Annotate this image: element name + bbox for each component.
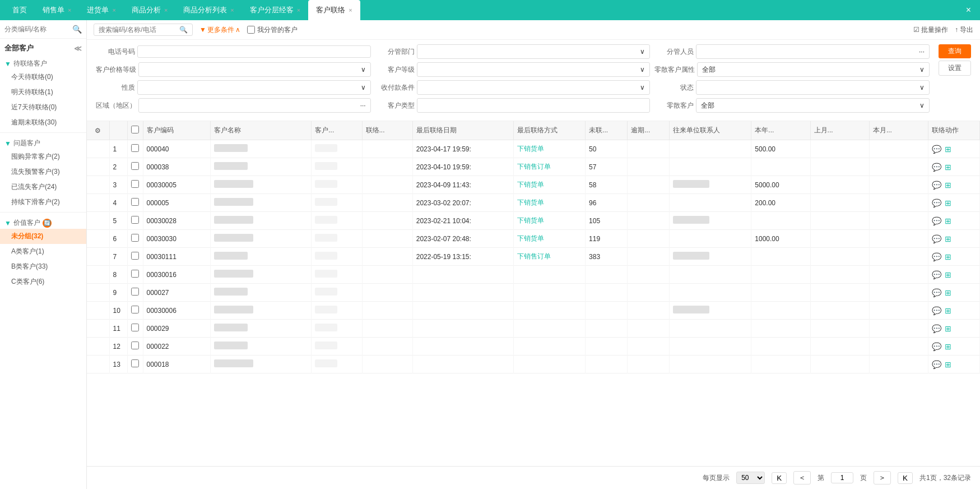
- region-select[interactable]: ···: [138, 98, 371, 113]
- contact-way-link[interactable]: 下销货单: [517, 181, 544, 188]
- close-tab-purchase[interactable]: ×: [112, 7, 115, 13]
- nav-tab-customer-segmentation[interactable]: 客户分层经客 ×: [242, 0, 308, 20]
- td-checkbox[interactable]: [127, 302, 143, 320]
- td-checkbox[interactable]: [127, 338, 143, 356]
- status-select[interactable]: ∨: [696, 80, 930, 95]
- chat-icon[interactable]: 💬: [932, 360, 941, 369]
- grid-icon[interactable]: ⊞: [945, 145, 951, 154]
- close-tab-sales[interactable]: ×: [68, 7, 71, 13]
- td-checkbox[interactable]: [127, 212, 143, 230]
- th-checkbox[interactable]: [127, 121, 143, 140]
- nav-tab-sales[interactable]: 销售单 ×: [35, 0, 79, 20]
- contact-way-link[interactable]: 下销货单: [517, 216, 544, 224]
- row-checkbox[interactable]: [131, 216, 139, 224]
- row-checkbox[interactable]: [131, 144, 139, 152]
- th-settings[interactable]: ⚙: [87, 121, 109, 140]
- nav-tab-product-analysis[interactable]: 商品分析 ×: [124, 0, 175, 20]
- reset-button[interactable]: 设置: [939, 61, 971, 76]
- td-checkbox[interactable]: [127, 356, 143, 373]
- close-tab-product-analysis[interactable]: ×: [164, 7, 168, 13]
- sidebar-item[interactable]: 未分组(32): [0, 229, 86, 244]
- grid-icon[interactable]: ⊞: [945, 163, 951, 172]
- per-page-select[interactable]: 50 20 100: [736, 472, 765, 484]
- grid-icon[interactable]: ⊞: [945, 342, 951, 351]
- sidebar-item[interactable]: 逾期未联络(30): [0, 115, 86, 130]
- grid-icon[interactable]: ⊞: [945, 306, 951, 315]
- sidebar-item[interactable]: 已流失客户(24): [0, 179, 86, 195]
- grid-icon[interactable]: ⊞: [945, 252, 951, 261]
- contact-way-link[interactable]: 下销货单: [517, 234, 544, 242]
- chat-icon[interactable]: 💬: [932, 252, 941, 261]
- row-checkbox[interactable]: [131, 162, 139, 170]
- contact-way-link[interactable]: 下销售订单: [517, 163, 551, 170]
- manager-select[interactable]: ···: [696, 44, 930, 59]
- row-checkbox[interactable]: [131, 252, 139, 260]
- main-search-input[interactable]: [99, 26, 177, 34]
- page-number-input[interactable]: [831, 472, 853, 483]
- last-page-btn[interactable]: K: [898, 472, 913, 484]
- more-conditions-btn[interactable]: ▼ 更多条件 ∧: [199, 25, 240, 35]
- row-checkbox[interactable]: [131, 234, 139, 242]
- td-checkbox[interactable]: [127, 266, 143, 284]
- chat-icon[interactable]: 💬: [932, 234, 941, 243]
- select-all-checkbox[interactable]: [131, 126, 139, 133]
- prev-page-btn[interactable]: ＜: [793, 471, 811, 485]
- close-window-icon[interactable]: ×: [962, 5, 976, 15]
- chat-icon[interactable]: 💬: [932, 270, 941, 279]
- sidebar-item[interactable]: 明天待联络(1): [0, 85, 86, 100]
- td-checkbox[interactable]: [127, 194, 143, 212]
- td-checkbox[interactable]: [127, 176, 143, 194]
- sidebar-item[interactable]: 近7天待联络(0): [0, 100, 86, 115]
- export-btn[interactable]: ↑ 导出: [955, 25, 973, 35]
- sidebar-item[interactable]: 今天待联络(0): [0, 70, 86, 85]
- chat-icon[interactable]: 💬: [932, 342, 941, 351]
- row-checkbox[interactable]: [131, 270, 139, 278]
- my-customers-checkbox[interactable]: [247, 26, 255, 34]
- sidebar-item[interactable]: B类客户(33): [0, 259, 86, 274]
- sidebar-item[interactable]: 持续下滑客户(2): [0, 195, 86, 210]
- nav-tab-purchase[interactable]: 进货单 ×: [79, 0, 123, 20]
- customer-type-select[interactable]: [417, 98, 651, 113]
- grid-icon[interactable]: ⊞: [945, 181, 951, 190]
- chat-icon[interactable]: 💬: [932, 288, 941, 297]
- close-tab-customer-segmentation[interactable]: ×: [297, 7, 300, 13]
- chat-icon[interactable]: 💬: [932, 181, 941, 190]
- dept-select[interactable]: ∨: [417, 44, 651, 59]
- row-checkbox[interactable]: [131, 198, 139, 206]
- customer-level-select[interactable]: ∨: [417, 62, 651, 77]
- nature-select[interactable]: ∨: [137, 80, 371, 95]
- row-checkbox[interactable]: [131, 180, 139, 188]
- row-checkbox[interactable]: [131, 324, 139, 331]
- next-page-btn[interactable]: ＞: [874, 471, 891, 485]
- td-checkbox[interactable]: [127, 320, 143, 338]
- chat-icon[interactable]: 💬: [932, 199, 941, 207]
- grid-icon[interactable]: ⊞: [945, 288, 951, 297]
- sparse-attr-select[interactable]: 全部∨: [697, 62, 930, 77]
- grid-icon[interactable]: ⊞: [945, 234, 951, 243]
- grid-icon[interactable]: ⊞: [945, 199, 951, 207]
- price-level-select[interactable]: ∨: [138, 62, 371, 77]
- td-checkbox[interactable]: [127, 248, 143, 266]
- sidebar-item[interactable]: C类客户(6): [0, 274, 86, 289]
- close-tab-customer-contact[interactable]: ×: [349, 7, 352, 13]
- all-customers-header[interactable]: 全部客户 ≪: [0, 39, 86, 56]
- contact-way-link[interactable]: 下销货单: [517, 145, 544, 153]
- grid-icon[interactable]: ⊞: [945, 324, 951, 333]
- row-checkbox[interactable]: [131, 342, 139, 349]
- collapse-icon[interactable]: ≪: [74, 44, 82, 53]
- chat-icon[interactable]: 💬: [932, 306, 941, 315]
- row-checkbox[interactable]: [131, 359, 139, 367]
- phone-input[interactable]: [137, 45, 371, 58]
- sidebar-search-input[interactable]: [4, 25, 72, 33]
- nav-tab-customer-contact[interactable]: 客户联络 ×: [308, 0, 360, 20]
- grid-icon[interactable]: ⊞: [945, 270, 951, 279]
- sidebar-search-box[interactable]: 🔍: [0, 20, 86, 39]
- grid-icon[interactable]: ⊞: [945, 360, 951, 369]
- chat-icon[interactable]: 💬: [932, 145, 941, 154]
- sidebar-item[interactable]: 流失预警客户(3): [0, 164, 86, 179]
- sparse-customer-select[interactable]: 全部∨: [696, 98, 930, 113]
- td-checkbox[interactable]: [127, 140, 143, 158]
- chat-icon[interactable]: 💬: [932, 163, 941, 172]
- contact-way-link[interactable]: 下销售订单: [517, 252, 551, 260]
- row-checkbox[interactable]: [131, 288, 139, 296]
